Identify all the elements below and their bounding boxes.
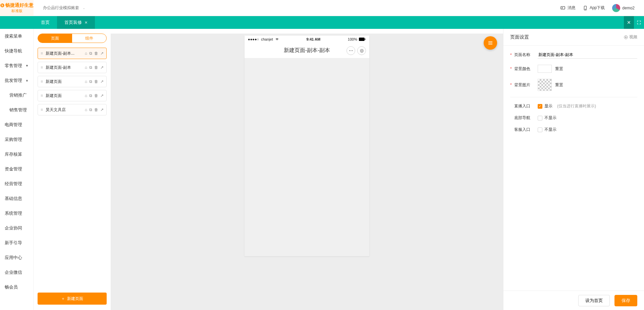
sidebar-item-wholesale[interactable]: 批发管理▼: [0, 73, 33, 88]
copy-icon[interactable]: ⧉: [89, 65, 92, 70]
sidebar-label: 经营管理: [5, 181, 22, 187]
delete-icon[interactable]: 🗑: [94, 65, 98, 70]
drag-icon[interactable]: ≡: [41, 65, 43, 70]
capsule-target-icon[interactable]: ◎: [357, 46, 366, 55]
home-icon[interactable]: ⌂: [85, 107, 87, 112]
copy-icon[interactable]: ⧉: [89, 93, 92, 98]
sidebar-label: 营销推广: [9, 92, 27, 98]
video-link[interactable]: 视频: [624, 34, 637, 40]
drag-icon[interactable]: ≡: [41, 51, 43, 56]
save-button[interactable]: 保存: [614, 295, 637, 306]
home-icon[interactable]: ⌂: [85, 51, 87, 56]
phone-icon: [583, 5, 588, 11]
service-checkbox[interactable]: 不显示: [538, 127, 556, 133]
menu-fab[interactable]: [484, 36, 497, 50]
settings-panel: 页面设置 视频 * 页面名称 * 背景颜色 重置: [503, 29, 644, 310]
field-label-bottomnav: 底部导航: [514, 115, 538, 121]
share-icon[interactable]: ↗: [100, 107, 104, 112]
sidebar-label: 新手引导: [5, 240, 22, 246]
sidebar-item-member[interactable]: 畅会员: [0, 280, 33, 295]
sidebar-item-quicknav[interactable]: 快捷导航: [0, 44, 33, 58]
page-name-input[interactable]: [538, 51, 637, 59]
sidebar-item-apps[interactable]: 应用中心: [0, 250, 33, 265]
sidebar-label: 畅会员: [5, 284, 18, 290]
sidebar-item-marketing[interactable]: 营销推广: [0, 88, 33, 103]
wifi-icon: [275, 38, 279, 41]
service-checkbox-label: 不显示: [544, 127, 556, 133]
capsule-menu-icon[interactable]: ⋯: [346, 46, 355, 55]
copy-icon[interactable]: ⧉: [89, 79, 92, 84]
tab-decor-label: 首页装修: [64, 19, 82, 25]
delete-icon[interactable]: 🗑: [94, 79, 98, 84]
page-list-item[interactable]: ≡ 昊天文具店 ⌂⧉🗑↗: [38, 104, 107, 115]
sidebar-item-sales[interactable]: 销售管理: [0, 103, 33, 117]
sidebar-item-funds[interactable]: 资金管理: [0, 162, 33, 176]
share-icon[interactable]: ↗: [100, 79, 104, 84]
sidebar-item-operation[interactable]: 经营管理: [0, 176, 33, 191]
tab-strip: 首页 首页装修 ✕ ✕: [0, 16, 644, 29]
copy-icon[interactable]: ⧉: [89, 51, 92, 56]
fullscreen-button[interactable]: [634, 16, 644, 29]
segment-component[interactable]: 组件: [72, 34, 106, 43]
share-icon[interactable]: ↗: [100, 51, 104, 56]
share-icon[interactable]: ↗: [100, 93, 104, 98]
avatar: [612, 4, 620, 12]
tab-home[interactable]: 首页: [34, 16, 57, 29]
sidebar-item-collab[interactable]: 企业协同: [0, 221, 33, 236]
sidebar-item-search[interactable]: 搜索菜单: [0, 29, 33, 44]
drag-icon[interactable]: ≡: [41, 93, 43, 98]
bottomnav-checkbox-label: 不显示: [544, 115, 556, 121]
sidebar-label: 搜索菜单: [5, 33, 22, 39]
live-checkbox[interactable]: ✓ 显示: [538, 103, 552, 109]
logo[interactable]: b 畅捷通好生意 标准版: [0, 0, 34, 16]
sidebar-label: 应用中心: [5, 255, 22, 261]
bottomnav-checkbox[interactable]: 不显示: [538, 115, 556, 121]
sidebar-item-wecom[interactable]: 企业微信: [0, 265, 33, 280]
sidebar-item-ecommerce[interactable]: 电商管理: [0, 117, 33, 132]
share-icon[interactable]: ↗: [100, 65, 104, 70]
account-selector[interactable]: 办公品行业模拟账套 ⌄: [40, 3, 89, 13]
delete-icon[interactable]: 🗑: [94, 93, 98, 98]
home-icon[interactable]: ⌂: [85, 79, 87, 84]
menu-icon: [487, 40, 493, 46]
sidebar-item-inventory[interactable]: 库存核算: [0, 147, 33, 162]
app-download-button[interactable]: App下载: [583, 5, 605, 11]
new-page-button[interactable]: ＋ 新建页面: [38, 293, 107, 305]
home-icon[interactable]: ⌂: [85, 65, 87, 70]
canvas: ●●●●○ chanjet 9:41 AM 100% 新建页面-副本-副本 ⋯ …: [111, 34, 503, 310]
tab-decor[interactable]: 首页装修 ✕: [57, 16, 95, 29]
bgimg-reset[interactable]: 重置: [555, 82, 563, 88]
delete-icon[interactable]: 🗑: [94, 51, 98, 56]
drag-icon[interactable]: ≡: [41, 107, 43, 112]
sidebar-label: 采购管理: [5, 137, 22, 143]
sidebar-label: 基础信息: [5, 196, 22, 202]
bgimg-swatch[interactable]: [538, 79, 552, 91]
tab-close-button[interactable]: ✕: [624, 16, 634, 29]
copy-icon[interactable]: ⧉: [89, 107, 92, 112]
phone-preview: ●●●●○ chanjet 9:41 AM 100% 新建页面-副本-副本 ⋯ …: [245, 36, 369, 256]
page-list-item[interactable]: ≡ 新建页面-副本... ⌂ ⧉ 🗑 ↗: [38, 48, 107, 59]
sidebar-item-basic[interactable]: 基础信息: [0, 191, 33, 206]
segment-control: 页面 组件: [38, 34, 107, 43]
plus-icon: ＋: [61, 296, 65, 302]
page-list: ≡ 新建页面-副本... ⌂ ⧉ 🗑 ↗ ≡ 新建页面-副本 ⌂⧉🗑↗ ≡: [38, 48, 107, 288]
segment-page[interactable]: 页面: [38, 34, 72, 43]
bgcolor-reset[interactable]: 重置: [555, 66, 563, 72]
set-home-button[interactable]: 设为首页: [578, 295, 610, 306]
sidebar-item-system[interactable]: 系统管理: [0, 206, 33, 221]
phone-body[interactable]: [245, 58, 369, 256]
page-list-item[interactable]: ≡ 新建页面 ⌂⧉🗑↗: [38, 90, 107, 101]
home-icon[interactable]: ⌂: [85, 93, 87, 98]
delete-icon[interactable]: 🗑: [94, 107, 98, 112]
messages-button[interactable]: 消息: [560, 5, 576, 11]
close-icon[interactable]: ✕: [85, 20, 88, 25]
sidebar-item-retail[interactable]: 零售管理▼: [0, 58, 33, 73]
page-list-item[interactable]: ≡ 新建页面 ⌂⧉🗑↗: [38, 76, 107, 87]
drag-icon[interactable]: ≡: [41, 79, 43, 84]
required-mark: *: [510, 83, 513, 87]
page-list-item[interactable]: ≡ 新建页面-副本 ⌂⧉🗑↗: [38, 62, 107, 73]
bgcolor-swatch[interactable]: [538, 65, 552, 73]
sidebar-item-guide[interactable]: 新手引导: [0, 236, 33, 250]
user-menu[interactable]: demo2: [612, 4, 635, 12]
sidebar-item-purchase[interactable]: 采购管理: [0, 132, 33, 147]
